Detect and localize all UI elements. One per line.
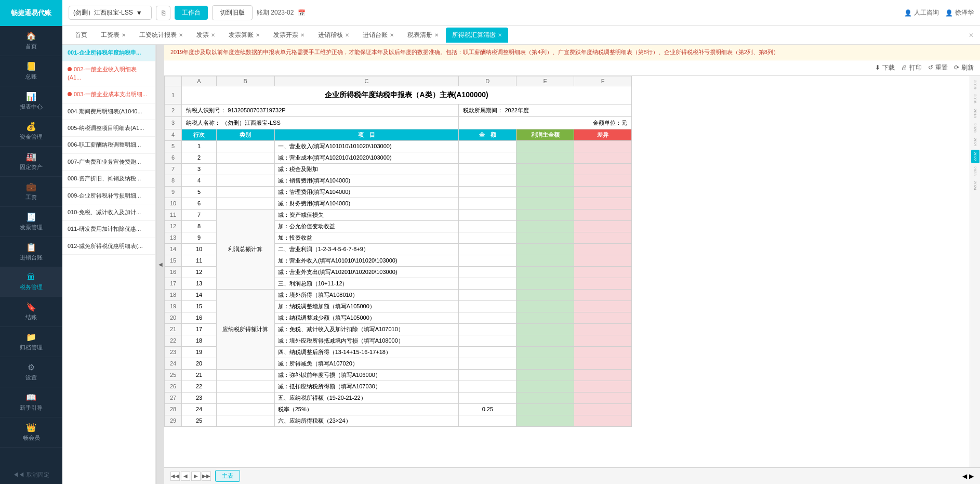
print-icon: 🖨	[901, 64, 907, 71]
table-row: 25 21 减：弥补以前年度亏损（填写A106000）	[165, 369, 632, 381]
ai-consulting[interactable]: 👤 人工咨询	[904, 8, 939, 17]
table-row: 26 22 减：抵扣应纳税所得额（填写A107030）	[165, 381, 632, 392]
year-2022[interactable]: 2022	[971, 150, 979, 163]
col-header-lirun: 利润主全额	[517, 129, 574, 140]
table-row: 10 6 减：财务费用(填写A104000)	[165, 198, 632, 209]
sidebar-item-tax[interactable]: 🏛 税务管理	[0, 267, 62, 297]
sidebar-item-fund[interactable]: 💰 资金管理	[0, 116, 62, 147]
spreadsheet-area: A B C D E F 1	[164, 76, 980, 468]
workbench-button[interactable]: 工作台	[175, 6, 208, 20]
table-row: 29 25 六、应纳所得税额（23×24）	[165, 415, 632, 426]
table-row: 3 纳税人名称： （勿删）江西服宝-LSS 金额单位：元	[165, 116, 632, 129]
col-header-xiangmu: 项 目	[274, 129, 459, 140]
close-tab-invoice[interactable]: ✕	[211, 32, 215, 38]
copy-button[interactable]: ⎘	[156, 6, 170, 20]
close-period-icon: 🔖	[26, 302, 36, 312]
row-num-3: 3	[165, 116, 182, 129]
next-single-tab-arrow[interactable]: ▶	[191, 472, 201, 481]
tab-home[interactable]: 首页	[69, 28, 94, 43]
sidebar-item-assets[interactable]: 🏭 固定资产	[0, 147, 62, 177]
guide-icon: 📖	[26, 393, 36, 402]
refresh-button[interactable]: ⟳ 刷新	[954, 63, 974, 72]
sidebar-item-member[interactable]: 👑 畅会员	[0, 417, 62, 448]
col-header-b: B	[216, 76, 274, 86]
sidebar-item-settings[interactable]: ⚙ 设置	[0, 357, 62, 387]
sidebar-item-invoice[interactable]: 🧾 发票管理	[0, 207, 62, 237]
close-tab-invoice-calc[interactable]: ✕	[256, 32, 260, 38]
close-tab-sales-ledger[interactable]: ✕	[390, 32, 394, 38]
col-header-rownum	[165, 76, 182, 86]
left-panel-item-008[interactable]: 008-资产折旧、摊销及纳税...	[62, 171, 155, 187]
print-button[interactable]: 🖨 打印	[901, 63, 922, 72]
unpin-button[interactable]: ◀◀ 取消固定	[0, 466, 62, 484]
left-panel-item-012[interactable]: 012-减免所得税优惠明细表(...	[62, 238, 155, 255]
unpin-icon: ◀◀	[13, 472, 24, 478]
sidebar-item-guide[interactable]: 📖 新手引导	[0, 387, 62, 417]
tab-sales-audit[interactable]: 进销稽核 ✕	[312, 28, 355, 43]
tab-invoice[interactable]: 发票 ✕	[190, 28, 221, 43]
left-panel-item-002[interactable]: 002-一般企业收入明细表(A1...	[62, 61, 155, 86]
tab-payroll-stats[interactable]: 工资统计报表 ✕	[133, 28, 189, 43]
left-panel-item-009[interactable]: 009-企业所得税补亏损明细...	[62, 188, 155, 204]
member-icon: 👑	[26, 423, 36, 433]
sidebar-item-ledger[interactable]: 📒 总账	[0, 56, 62, 86]
next-tab-arrow[interactable]: ▶▶	[202, 472, 211, 481]
scroll-right-icon[interactable]: ▶	[969, 473, 974, 480]
download-icon: ⬇	[875, 64, 880, 71]
scroll-left-icon[interactable]: ◀	[962, 473, 967, 480]
left-panel-item-006[interactable]: 006-职工薪酬纳税调整明细...	[62, 137, 155, 153]
left-panel-item-001[interactable]: 001-企业所得税年度纳税申...	[62, 45, 155, 61]
settings-icon: ⚙	[28, 362, 35, 372]
close-tab-sales-audit[interactable]: ✕	[345, 32, 349, 38]
tab-sales-ledger[interactable]: 进销台账 ✕	[356, 28, 400, 43]
sidebar-item-close[interactable]: 🔖 结账	[0, 297, 62, 327]
sidebar-item-sales[interactable]: 📋 进销台账	[0, 237, 62, 267]
left-panel-item-004[interactable]: 004-期间费用明细表(A1040...	[62, 103, 155, 120]
year-2018[interactable]: 2018	[971, 107, 979, 120]
close-tab-invoice-open[interactable]: ✕	[300, 32, 304, 38]
year-2024[interactable]: 2024	[971, 179, 979, 192]
sidebar-item-reports[interactable]: 📊 报表中心	[0, 86, 62, 116]
left-panel-item-003[interactable]: 003-一般企业成本支出明细...	[62, 86, 155, 103]
switch-old-button[interactable]: 切到旧版	[212, 5, 253, 20]
close-tab-income-tax[interactable]: ✕	[498, 32, 502, 38]
left-panel-item-011[interactable]: 011-研发费用加计扣除优惠...	[62, 221, 155, 238]
tab-income-tax[interactable]: 所得税汇算清缴 ✕	[446, 28, 508, 43]
bottom-tab-main[interactable]: 主表	[215, 470, 240, 482]
calendar-icon: 📅	[298, 9, 306, 17]
sidebar-item-payroll[interactable]: 💼 工资	[0, 177, 62, 207]
sidebar-item-home[interactable]: 🏠 首页	[0, 26, 62, 56]
spreadsheet-table: A B C D E F 1	[164, 76, 632, 427]
tab-payroll[interactable]: 工资表 ✕	[95, 28, 132, 43]
col-header-d: D	[459, 76, 517, 86]
collapse-left-panel[interactable]: ◀	[156, 45, 164, 484]
year-2019[interactable]: 2019	[971, 78, 979, 91]
close-tab-payroll[interactable]: ✕	[122, 32, 126, 38]
download-button[interactable]: ⬇ 下载	[875, 63, 895, 72]
close-tab-tax-list[interactable]: ✕	[434, 32, 439, 38]
year-2016[interactable]: 2016	[971, 92, 979, 106]
year-2021[interactable]: 2021	[971, 136, 979, 149]
left-panel-item-010[interactable]: 010-免税、减计收入及加计...	[62, 204, 155, 221]
company-selector[interactable]: (勿删）江西服宝-LSS ▼	[69, 6, 152, 20]
left-panel-item-005[interactable]: 005-纳税调整项目明细表(A1...	[62, 120, 155, 137]
prev-single-tab-arrow[interactable]: ◀	[181, 472, 190, 481]
table-row: 11 7 利润总额计算 减：资产减值损失	[165, 209, 632, 220]
sidebar-item-archive[interactable]: 📁 归档管理	[0, 327, 62, 357]
close-tab-payroll-stats[interactable]: ✕	[179, 32, 183, 38]
year-2020[interactable]: 2020	[971, 121, 979, 135]
prev-tab-arrow[interactable]: ◀◀	[170, 472, 180, 481]
tab-invoice-calc[interactable]: 发票算账 ✕	[222, 28, 266, 43]
tab-invoice-open[interactable]: 发票开票 ✕	[267, 28, 311, 43]
year-2023[interactable]: 2023	[971, 164, 979, 178]
col-header-e: E	[517, 76, 574, 86]
col-header-chayi: 差异	[574, 129, 632, 140]
refresh-icon: ⟳	[954, 64, 959, 71]
close-all-tabs[interactable]: ✕	[969, 32, 974, 39]
reset-button[interactable]: ↺ 重置	[928, 63, 948, 72]
col-header-a: A	[182, 76, 217, 86]
spreadsheet-wrapper[interactable]: A B C D E F 1	[164, 76, 970, 468]
tab-tax-list[interactable]: 税表清册 ✕	[401, 28, 445, 43]
user-info[interactable]: 👤 徐泽华	[945, 8, 974, 17]
left-panel-item-007[interactable]: 007-广告费和业务宣传费跑...	[62, 154, 155, 171]
